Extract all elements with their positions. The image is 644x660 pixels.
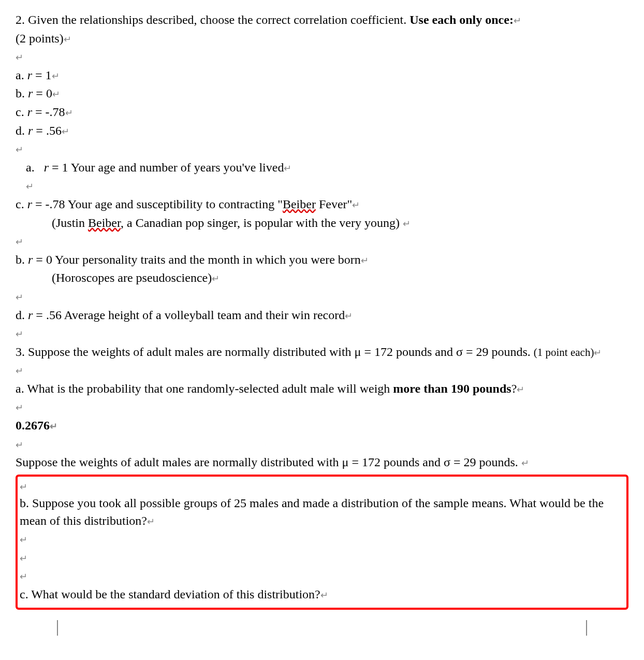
pilcrow-icon: ↵: [345, 310, 353, 321]
pilcrow-icon: ↵: [64, 34, 71, 44]
q2-answer-c-sub: (Justin Beiber, a Canadian pop singer, i…: [16, 214, 628, 232]
q3-intro: 3. Suppose the weights of adult males ar…: [16, 343, 628, 361]
q2-points: (2 points)↵: [16, 30, 628, 48]
blank-line: ↵: [16, 48, 628, 66]
pilcrow-icon: ↵: [52, 89, 60, 99]
blank-line: ↵: [20, 530, 624, 548]
pilcrow-icon: ↵: [16, 237, 23, 247]
spellcheck-underline: Beiber: [88, 216, 121, 229]
margin-bar-left: [57, 620, 58, 636]
blank-line: ↵: [16, 436, 628, 453]
blank-line: ↵: [20, 549, 624, 567]
pilcrow-icon: ↵: [16, 145, 23, 155]
pilcrow-icon: ↵: [20, 571, 27, 582]
pilcrow-icon: ↵: [16, 403, 23, 413]
q2-option-b: b. r = 0↵: [16, 85, 628, 103]
pilcrow-icon: ↵: [361, 255, 369, 266]
pilcrow-icon: ↵: [50, 421, 57, 432]
blank-line: ↵: [16, 325, 628, 342]
pilcrow-icon: ↵: [147, 516, 155, 527]
q3-a-answer: 0.2676↵: [16, 417, 628, 435]
q2-answer-a: a. r = 1 Your age and number of years yo…: [16, 159, 628, 177]
q2-answer-b: b. r = 0 Your personality traits and the…: [16, 251, 628, 269]
q3-part-c: c. What would be the standard deviation …: [20, 586, 624, 604]
pilcrow-icon: ↵: [52, 71, 60, 81]
blank-line: ↵: [16, 362, 628, 379]
blank-line: ↵: [16, 140, 628, 158]
page-margin-markers: [16, 620, 628, 636]
blank-line: ↵: [16, 177, 628, 195]
blank-line: ↵: [20, 567, 624, 585]
blank-line: ↵: [16, 398, 628, 416]
margin-bar-right: [586, 620, 587, 636]
pilcrow-icon: ↵: [403, 218, 411, 228]
q2-answer-c: c. r = -.78 Your age and susceptibility …: [16, 196, 628, 213]
blank-line: ↵: [16, 233, 628, 250]
q2-option-d: d. r = .56↵: [16, 122, 628, 140]
pilcrow-icon: ↵: [65, 108, 73, 118]
pilcrow-icon: ↵: [20, 553, 27, 564]
highlight-box: ↵ b. Suppose you took all possible group…: [16, 475, 628, 610]
pilcrow-icon: ↵: [16, 52, 23, 63]
q2-answer-d: d. r = .56 Average height of a volleybal…: [16, 307, 628, 324]
pilcrow-icon: ↵: [16, 440, 23, 450]
pilcrow-icon: ↵: [594, 348, 602, 358]
pilcrow-icon: ↵: [26, 181, 34, 192]
pilcrow-icon: ↵: [212, 274, 219, 284]
pilcrow-icon: ↵: [20, 482, 27, 492]
q3-part-b: b. Suppose you took all possible groups …: [20, 495, 624, 529]
blank-line: ↵: [16, 288, 628, 306]
q2-option-c: c. r = -.78↵: [16, 104, 628, 121]
pilcrow-icon: ↵: [352, 200, 360, 210]
pilcrow-icon: ↵: [514, 16, 521, 26]
pilcrow-icon: ↵: [62, 126, 69, 136]
pilcrow-icon: ↵: [517, 384, 524, 395]
pilcrow-icon: ↵: [320, 590, 328, 600]
pilcrow-icon: ↵: [16, 329, 23, 339]
q2-option-a: a. r = 1↵: [16, 67, 628, 84]
pilcrow-icon: ↵: [521, 458, 529, 468]
pilcrow-icon: ↵: [16, 366, 23, 376]
q2-answer-b-sub: (Horoscopes are pseudoscience)↵: [16, 269, 628, 287]
q3-part-a: a. What is the probability that one rand…: [16, 380, 628, 398]
q3-repeat: Suppose the weights of adult males are n…: [16, 454, 628, 471]
spellcheck-underline: Beiber: [283, 197, 316, 211]
blank-line: ↵: [20, 481, 624, 494]
q2-intro: 2. Given the relationships described, ch…: [16, 11, 628, 29]
pilcrow-icon: ↵: [284, 163, 291, 174]
pilcrow-icon: ↵: [16, 292, 23, 303]
pilcrow-icon: ↵: [20, 535, 27, 545]
